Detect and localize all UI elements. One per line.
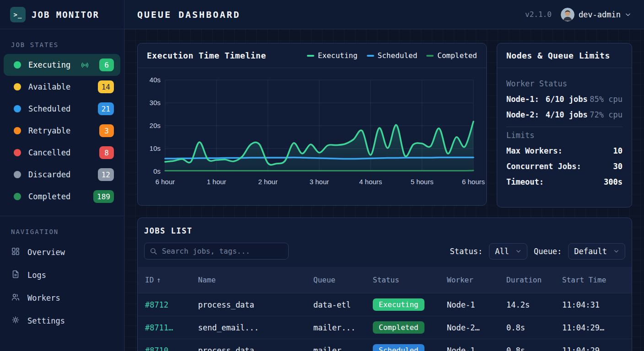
column-header-start-time[interactable]: Start Time — [562, 276, 632, 284]
jobs-list-card: JOBS LIST Status: All — [137, 218, 632, 351]
worker-status-label: Worker Status — [506, 79, 623, 88]
top-bar: QUEUE DASHBOARD v2.1.0 dev-admin — [124, 0, 644, 29]
job-id-link[interactable]: #8712 — [145, 300, 198, 309]
state-count-badge: 6 — [99, 58, 114, 71]
legend-swatch — [307, 55, 314, 57]
sidebar-item-settings[interactable]: Settings — [0, 309, 124, 332]
timeline-title: Execution Time Timeline — [147, 51, 266, 60]
node-cpu: 85% cpu — [590, 95, 623, 104]
state-label: Cancelled — [28, 148, 70, 157]
column-header-name[interactable]: Name — [198, 276, 313, 284]
table-row[interactable]: #8712 process_data data-etl Executing No… — [138, 293, 632, 316]
job-duration: 0.8s — [506, 346, 562, 351]
limit-value: 300s — [604, 177, 623, 186]
legend-item-completed[interactable]: Completed — [426, 51, 477, 60]
job-start-time: 11:04:29… — [562, 323, 632, 332]
state-dot — [14, 149, 21, 156]
svg-text:3 hour: 3 hour — [310, 178, 329, 186]
job-duration: 0.8s — [506, 323, 562, 332]
sidebar-item-executing[interactable]: Executing 6 — [4, 54, 120, 76]
state-dot — [14, 193, 21, 200]
state-dot — [14, 105, 21, 112]
sidebar-item-overview[interactable]: Overview — [0, 241, 124, 264]
sidebar-item-retryable[interactable]: Retryable 3 — [4, 120, 120, 142]
limit-value: 10 — [613, 146, 623, 155]
state-label: Discarded — [28, 170, 70, 179]
state-dot — [14, 127, 21, 134]
gear-icon — [11, 315, 20, 326]
navigation-section-label: NAVIGATION — [11, 228, 113, 235]
table-row[interactable]: #8711… send_email... mailer... Completed… — [138, 316, 632, 339]
state-count-badge: 189 — [93, 190, 114, 203]
svg-text:20s: 20s — [150, 122, 161, 129]
sidebar-item-workers[interactable]: Workers — [0, 287, 124, 309]
state-count-badge: 21 — [98, 102, 114, 115]
main-column: QUEUE DASHBOARD v2.1.0 dev-admin — [124, 0, 644, 351]
chart-legend: Executing Scheduled Completed — [307, 51, 477, 60]
node-jobs: 4/10 jobs — [546, 110, 588, 119]
sidebar: >_ JOB MONITOR JOB STATES Executing 6 Av… — [0, 0, 124, 351]
version-label: v2.1.0 — [525, 10, 552, 19]
chevron-down-icon — [613, 248, 619, 254]
state-dot — [14, 61, 21, 69]
status-filter-value: All — [495, 247, 509, 256]
state-label: Executing — [28, 60, 70, 69]
job-id-link[interactable]: #8711… — [145, 323, 198, 332]
limit-value: 30 — [613, 162, 623, 171]
state-label: Scheduled — [28, 104, 70, 113]
svg-text:40s: 40s — [150, 76, 161, 84]
column-header-status[interactable]: Status — [373, 276, 447, 284]
page-title: QUEUE DASHBOARD — [137, 9, 241, 20]
status-filter-select[interactable]: All — [489, 243, 527, 260]
job-worker: Node-1 — [447, 300, 506, 309]
timeline-card: Execution Time Timeline Executing Schedu… — [137, 43, 487, 206]
svg-text:2 hour: 2 hour — [258, 178, 278, 186]
nav-label: Logs — [27, 271, 46, 280]
column-header-queue[interactable]: Queue — [313, 276, 373, 284]
node-jobs: 6/10 jobs — [546, 95, 588, 104]
job-duration: 14.2s — [506, 300, 562, 309]
state-dot — [14, 83, 21, 90]
limit-name: Timeout: — [506, 177, 544, 186]
node-cpu: 72% cpu — [590, 110, 623, 119]
limit-row: Concurrent Jobs: 30 — [506, 162, 623, 171]
sidebar-item-available[interactable]: Available 14 — [4, 76, 120, 98]
job-queue: mailer... — [313, 323, 373, 332]
sidebar-item-discarded[interactable]: Discarded 12 — [4, 164, 120, 186]
job-name: send_email... — [198, 323, 313, 332]
legend-label: Completed — [437, 51, 477, 60]
node-name: Node-1: — [506, 95, 539, 104]
search-input[interactable] — [144, 243, 289, 260]
legend-label: Scheduled — [378, 51, 418, 60]
table-row[interactable]: #8710 process_data mailer Scheduled Node… — [138, 339, 632, 351]
jobs-table: ID↑ Name Queue Status Worker Duration St… — [138, 267, 632, 351]
svg-text:10s: 10s — [150, 144, 161, 152]
svg-text:4 hours: 4 hours — [359, 178, 382, 186]
user-menu[interactable]: dev-admin — [561, 8, 631, 21]
sidebar-item-logs[interactable]: Logs — [0, 264, 124, 287]
queue-filter-select[interactable]: Default — [568, 243, 625, 260]
brand: >_ JOB MONITOR — [0, 0, 124, 29]
legend-item-scheduled[interactable]: Scheduled — [367, 51, 418, 60]
column-header-duration[interactable]: Duration — [506, 276, 562, 284]
state-label: Retryable — [28, 126, 70, 135]
state-label: Completed — [28, 192, 70, 201]
limit-name: Concurrent Jobs: — [506, 162, 581, 171]
column-header-id[interactable]: ID↑ — [145, 276, 198, 284]
sidebar-item-cancelled[interactable]: Cancelled 8 — [4, 142, 120, 164]
chevron-down-icon — [515, 248, 521, 254]
timeline-chart: 0s10s20s30s40s6 hour1 hour2 hour3 hour4 … — [138, 68, 486, 199]
legend-label: Executing — [318, 51, 358, 60]
nodes-limits-card: Nodes & Queue Limits Worker Status Node-… — [497, 43, 632, 207]
legend-item-executing[interactable]: Executing — [307, 51, 358, 60]
column-header-worker[interactable]: Worker — [447, 276, 506, 284]
state-count-badge: 3 — [99, 124, 114, 137]
nav-label: Settings — [27, 316, 65, 325]
sidebar-item-scheduled[interactable]: Scheduled 21 — [4, 98, 120, 120]
queue-filter-label: Queue: — [534, 247, 562, 256]
job-id-link[interactable]: #8710 — [145, 346, 198, 351]
sidebar-item-completed[interactable]: Completed 189 — [4, 186, 120, 207]
job-start-time: 11:04:31 — [562, 300, 632, 309]
search-box — [144, 243, 289, 260]
content-area: Execution Time Timeline Executing Schedu… — [124, 29, 644, 351]
